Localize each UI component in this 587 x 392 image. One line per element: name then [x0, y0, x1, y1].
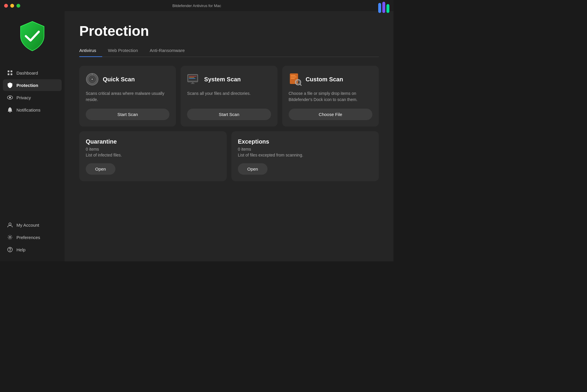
sidebar-item-help[interactable]: Help	[3, 244, 62, 255]
sidebar-item-dashboard[interactable]: Dashboard	[3, 67, 62, 79]
exceptions-title: Exceptions	[238, 138, 372, 145]
sidebar-item-preferences[interactable]: Preferences	[3, 231, 62, 243]
exceptions-open-button[interactable]: Open	[238, 163, 268, 175]
titlebar: Bitdefender Antivirus for Mac	[0, 0, 393, 11]
quarantine-count: 0 items	[86, 147, 220, 152]
svg-rect-6	[9, 112, 11, 112]
quick-scan-card: Quick Scan Scans critical areas where ma…	[79, 66, 176, 127]
minimize-button[interactable]	[10, 4, 14, 8]
page-title: Protection	[79, 23, 379, 39]
quarantine-desc: List of infected files.	[86, 153, 220, 157]
tab-antivirus[interactable]: Antivirus	[79, 45, 102, 57]
svg-rect-18	[189, 76, 197, 77]
main-layout: Dashboard Protection Pr	[0, 11, 393, 261]
dashboard-icon	[7, 70, 13, 76]
privacy-icon	[7, 95, 13, 100]
custom-scan-button[interactable]: Choose File	[289, 109, 372, 120]
svg-line-29	[300, 84, 301, 85]
logo-bar-teal	[386, 4, 389, 13]
tab-webprotection[interactable]: Web Protection	[102, 45, 144, 57]
svg-point-8	[9, 236, 11, 238]
shield-logo-icon	[18, 20, 47, 52]
quick-scan-button[interactable]: Start Scan	[86, 109, 169, 120]
exceptions-desc: List of files excepted from scanning.	[238, 153, 372, 157]
sidebar-item-protection[interactable]: Protection	[3, 79, 62, 91]
myaccount-label: My Account	[16, 223, 39, 228]
tab-antiransomware[interactable]: Anti-Ransomware	[144, 45, 191, 57]
custom-scan-card: Custom Scan Choose a file or simply drop…	[282, 66, 379, 127]
svg-rect-3	[11, 73, 12, 75]
svg-point-5	[9, 97, 11, 98]
protection-label: Protection	[16, 83, 38, 88]
tabs-bar: Antivirus Web Protection Anti-Ransomware	[79, 45, 379, 57]
custom-scan-icon	[289, 73, 302, 86]
preferences-icon	[7, 234, 13, 240]
notifications-icon	[7, 107, 13, 113]
svg-rect-19	[189, 77, 194, 78]
exceptions-card: Exceptions 0 items List of files excepte…	[231, 131, 379, 181]
custom-scan-title: Custom Scan	[306, 76, 343, 83]
help-label: Help	[16, 247, 26, 252]
logo-bar-purple	[382, 2, 385, 13]
svg-rect-0	[8, 70, 9, 72]
system-scan-desc: Scans all your files and directories.	[187, 90, 271, 103]
svg-rect-24	[291, 75, 295, 76]
close-button[interactable]	[4, 4, 8, 8]
quick-scan-desc: Scans critical areas where malware usual…	[86, 90, 169, 103]
preferences-label: Preferences	[16, 235, 40, 240]
svg-rect-20	[189, 78, 196, 79]
quarantine-open-button[interactable]: Open	[86, 163, 115, 175]
svg-point-7	[9, 223, 11, 225]
help-icon	[7, 247, 13, 253]
quick-scan-title: Quick Scan	[103, 76, 135, 83]
maximize-button[interactable]	[16, 4, 20, 8]
window-controls[interactable]	[4, 4, 20, 8]
protection-icon	[7, 82, 13, 88]
logo-bar-blue	[378, 3, 381, 13]
system-scan-card: System Scan Scans all your files and dir…	[181, 66, 277, 127]
sidebar: Dashboard Protection Pr	[0, 11, 65, 261]
system-scan-icon	[187, 73, 200, 86]
content-area: Protection Antivirus Web Protection Anti…	[65, 11, 393, 261]
bottom-cards-grid: Quarantine 0 items List of infected file…	[79, 131, 379, 181]
svg-rect-26	[291, 78, 295, 79]
brand-logo	[0, 17, 65, 58]
system-scan-button[interactable]: Start Scan	[187, 109, 271, 120]
svg-point-10	[10, 250, 10, 251]
app-logo	[378, 2, 389, 13]
system-scan-title: System Scan	[204, 76, 241, 83]
svg-rect-2	[8, 73, 9, 75]
window-title: Bitdefender Antivirus for Mac	[172, 4, 221, 8]
sidebar-item-myaccount[interactable]: My Account	[3, 219, 62, 231]
notifications-label: Notifications	[16, 107, 41, 112]
dashboard-label: Dashboard	[16, 70, 38, 75]
svg-rect-22	[191, 83, 195, 84]
quarantine-card: Quarantine 0 items List of infected file…	[79, 131, 227, 181]
quick-scan-header: Quick Scan	[86, 73, 169, 86]
svg-rect-21	[192, 82, 194, 83]
sidebar-bottom: My Account Preferences	[0, 219, 65, 255]
custom-scan-desc: Choose a file or simply drop items on Bi…	[289, 90, 372, 103]
svg-rect-25	[291, 77, 297, 77]
sidebar-item-privacy[interactable]: Privacy	[3, 92, 62, 103]
quarantine-title: Quarantine	[86, 138, 220, 145]
system-scan-header: System Scan	[187, 73, 271, 86]
exceptions-count: 0 items	[238, 147, 372, 152]
quick-scan-icon	[86, 73, 99, 86]
scan-cards-grid: Quick Scan Scans critical areas where ma…	[79, 66, 379, 127]
svg-rect-1	[11, 70, 12, 72]
sidebar-item-notifications[interactable]: Notifications	[3, 104, 62, 116]
myaccount-icon	[7, 222, 13, 228]
sidebar-nav: Dashboard Protection Pr	[0, 67, 65, 219]
custom-scan-header: Custom Scan	[289, 73, 372, 86]
svg-point-14	[91, 78, 93, 80]
privacy-label: Privacy	[16, 95, 31, 100]
